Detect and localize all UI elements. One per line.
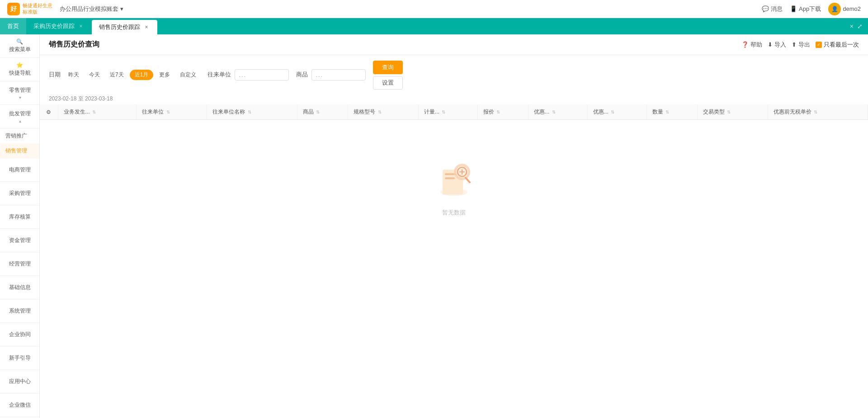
date-btn-more[interactable]: 更多 bbox=[155, 70, 174, 80]
tab-sales-history[interactable]: 销售历史价跟踪 × bbox=[92, 20, 157, 34]
col-quote[interactable]: 报价 ⇅ bbox=[477, 104, 528, 120]
tab-bar-actions: × ⤢ bbox=[850, 23, 868, 30]
col-unit[interactable]: 计量... ⇅ bbox=[419, 104, 478, 120]
chevron-up-icon: ▴ bbox=[19, 119, 21, 124]
svg-rect-3 bbox=[445, 177, 455, 179]
sort-icon: ⇅ bbox=[665, 109, 669, 114]
sidebar-item-basic-info[interactable]: 基础信息 bbox=[0, 276, 39, 299]
sidebar-item-purchase[interactable]: 采购管理 bbox=[0, 182, 39, 205]
col-partner-code[interactable]: 往来单位 ⇅ bbox=[137, 104, 207, 120]
content-area: 销售历史价查询 ❓ 帮助 ⬇ 导入 ⬆ 导出 bbox=[40, 34, 868, 418]
workspace-selector[interactable]: 办公用品行业模拟账套 ▾ bbox=[56, 3, 127, 15]
main-layout: 🔍 搜索菜单 ⭐ 快捷导航 零售管理 ▾ 批发管理 ▴ 营销推广 销售管理 电商… bbox=[0, 34, 868, 418]
sidebar-item-wholesale[interactable]: 批发管理 ▴ bbox=[0, 105, 39, 128]
table-container: ⚙ 业务发生... ⇅ 往来单位 ⇅ 往来单位名称 ⇅ bbox=[40, 104, 868, 418]
sidebar-item-search[interactable]: 🔍 搜索菜单 bbox=[0, 34, 39, 58]
close-all-tabs-button[interactable]: × bbox=[850, 23, 854, 30]
tab-home[interactable]: 首页 bbox=[0, 18, 26, 34]
tab-purchase-label: 采购历史价跟踪 bbox=[33, 22, 75, 30]
tab-home-label: 首页 bbox=[7, 22, 19, 30]
col-spec[interactable]: 规格型号 ⇅ bbox=[348, 104, 419, 120]
setting-button[interactable]: 设置 bbox=[373, 76, 403, 90]
sort-icon: ⇅ bbox=[814, 109, 817, 114]
sort-icon: ⇅ bbox=[552, 109, 556, 114]
app-download-button[interactable]: 📱 App下载 bbox=[790, 5, 821, 13]
logo-icon: 好 bbox=[7, 3, 20, 15]
export-icon: ⬆ bbox=[792, 41, 797, 48]
export-button[interactable]: ⬆ 导出 bbox=[792, 41, 810, 49]
partner-input[interactable]: ... bbox=[235, 69, 289, 81]
only-last-checkbox[interactable] bbox=[816, 42, 822, 48]
tab-bar: 首页 采购历史价跟踪 × 销售历史价跟踪 × × ⤢ bbox=[0, 18, 868, 34]
sort-icon: ⇅ bbox=[727, 109, 731, 114]
date-btn-custom[interactable]: 自定义 bbox=[176, 70, 200, 80]
sidebar-item-weixin[interactable]: 企业微信 bbox=[0, 394, 39, 417]
date-btn-yesterday[interactable]: 昨天 bbox=[64, 70, 83, 80]
sidebar-item-retail[interactable]: 零售管理 ▾ bbox=[0, 81, 39, 105]
download-icon: 📱 bbox=[790, 5, 797, 12]
only-last-checkbox-label[interactable]: 只看最后一次 bbox=[816, 41, 859, 49]
sidebar-item-app-center[interactable]: 应用中心 bbox=[0, 370, 39, 394]
date-btn-today[interactable]: 今天 bbox=[85, 70, 104, 80]
sort-icon: ⇅ bbox=[378, 109, 382, 114]
maximize-button[interactable]: ⤢ bbox=[857, 23, 863, 30]
settings-icon[interactable]: ⚙ bbox=[46, 109, 51, 115]
query-button[interactable]: 查询 bbox=[373, 61, 403, 74]
sidebar-item-inventory[interactable]: 库存核算 bbox=[0, 205, 39, 229]
action-buttons: 查询 设置 bbox=[373, 61, 403, 90]
sidebar-item-sales-mgmt[interactable]: 销售管理 bbox=[0, 143, 39, 158]
sidebar-item-system[interactable]: 系统管理 bbox=[0, 299, 39, 323]
page-actions: ❓ 帮助 ⬇ 导入 ⬆ 导出 只看最后一次 bbox=[741, 41, 859, 49]
avatar: 👤 bbox=[828, 3, 841, 15]
col-discount1[interactable]: 优惠... ⇅ bbox=[528, 104, 588, 120]
col-pretax-price[interactable]: 优惠前无税单价 ⇅ bbox=[768, 104, 868, 120]
help-icon: ❓ bbox=[741, 41, 749, 48]
sidebar-item-finance[interactable]: 资金管理 bbox=[0, 229, 39, 252]
col-biz-date[interactable]: 业务发生... ⇅ bbox=[58, 104, 137, 120]
sidebar-item-quicknav[interactable]: ⭐ 快捷导航 bbox=[0, 58, 39, 81]
sort-icon: ⇅ bbox=[442, 109, 445, 114]
tab-purchase-history[interactable]: 采购历史价跟踪 × bbox=[26, 18, 92, 34]
page-header: 销售历史价查询 ❓ 帮助 ⬇ 导入 ⬆ 导出 bbox=[40, 34, 868, 55]
import-icon: ⬇ bbox=[768, 41, 773, 48]
help-button[interactable]: ❓ 帮助 bbox=[741, 41, 762, 49]
date-filter-group: 日期 昨天 今天 近7天 近1月 更多 自定义 bbox=[49, 70, 200, 80]
import-button[interactable]: ⬇ 导入 bbox=[768, 41, 786, 49]
col-settings[interactable]: ⚙ bbox=[40, 104, 58, 120]
sidebar-item-guide[interactable]: 新手引导 bbox=[0, 347, 39, 370]
col-trade-type[interactable]: 交易类型 ⇅ bbox=[698, 104, 768, 120]
sidebar-item-ecommerce[interactable]: 电商管理 bbox=[0, 158, 39, 182]
col-discount2[interactable]: 优惠... ⇅ bbox=[587, 104, 646, 120]
date-btn-1month[interactable]: 近1月 bbox=[130, 70, 154, 80]
col-product[interactable]: 商品 ⇅ bbox=[297, 104, 348, 120]
tab-sales-close[interactable]: × bbox=[143, 24, 150, 31]
table-header: ⚙ 业务发生... ⇅ 往来单位 ⇅ 往来单位名称 ⇅ bbox=[40, 104, 868, 120]
sort-icon: ⇅ bbox=[248, 109, 251, 114]
top-bar: 好 畅捷通好生意 标准版 办公用品行业模拟账套 ▾ 💬 消息 📱 App下载 👤… bbox=[0, 0, 868, 18]
sort-icon: ⇅ bbox=[496, 109, 500, 114]
message-icon: 💬 bbox=[762, 5, 769, 12]
sidebar-item-operations[interactable]: 经营管理 bbox=[0, 252, 39, 276]
col-partner-name[interactable]: 往来单位名称 ⇅ bbox=[207, 104, 297, 120]
message-button[interactable]: 💬 消息 bbox=[762, 5, 783, 13]
date-btn-7days[interactable]: 近7天 bbox=[106, 70, 128, 80]
page-title: 销售历史价查询 bbox=[49, 40, 99, 49]
col-qty[interactable]: 数量 ⇅ bbox=[646, 104, 698, 120]
empty-state: 暂无数据 bbox=[40, 120, 868, 253]
sidebar: 🔍 搜索菜单 ⭐ 快捷导航 零售管理 ▾ 批发管理 ▴ 营销推广 销售管理 电商… bbox=[0, 34, 40, 418]
logo-text: 畅捷通好生意 标准版 bbox=[23, 3, 52, 14]
empty-text: 暂无数据 bbox=[442, 209, 466, 217]
top-bar-left: 好 畅捷通好生意 标准版 办公用品行业模拟账套 ▾ bbox=[7, 3, 127, 15]
product-filter-group: 商品 ... bbox=[296, 69, 366, 81]
sort-icon: ⇅ bbox=[166, 109, 170, 114]
empty-icon bbox=[431, 156, 476, 201]
sort-icon: ⇅ bbox=[316, 109, 320, 114]
chevron-down-icon: ▾ bbox=[120, 5, 123, 12]
sidebar-item-marketing[interactable]: 营销推广 bbox=[0, 128, 39, 143]
tab-purchase-close[interactable]: × bbox=[77, 23, 85, 30]
partner-filter-group: 往来单位 ... bbox=[208, 69, 289, 81]
user-menu[interactable]: 👤 demo2 bbox=[828, 3, 861, 15]
sort-icon: ⇅ bbox=[92, 109, 96, 114]
product-input[interactable]: ... bbox=[311, 69, 366, 81]
sidebar-item-enterprise[interactable]: 企业协同 bbox=[0, 323, 39, 347]
